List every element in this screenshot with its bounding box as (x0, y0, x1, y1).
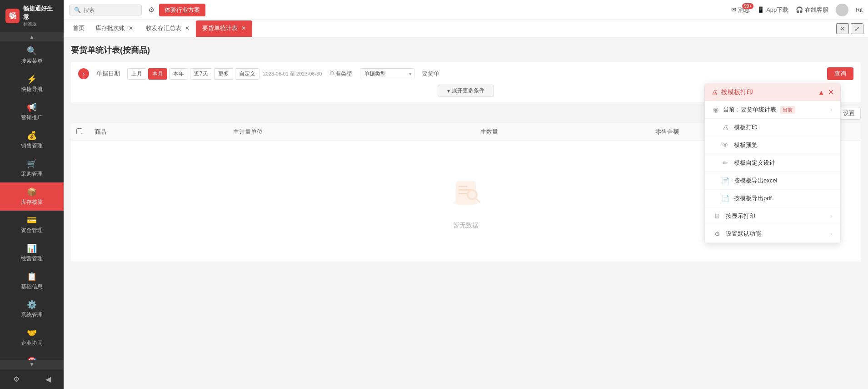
sidebar-item-label: 库存核算 (21, 198, 43, 206)
avatar[interactable] (836, 4, 848, 16)
inventory-icon: 📦 (27, 187, 37, 197)
dropdown-set-default[interactable]: ⚙ 设置默认功能 › (705, 225, 840, 243)
tab-close-inventory-batch[interactable]: ✕ (129, 25, 133, 31)
sidebar-item-label: 营销推广 (21, 114, 43, 121)
sidebar-item-basics[interactable]: 📋 基础信息 (0, 267, 64, 295)
template-print-label: 模板打印 (734, 123, 758, 131)
tab-order-summary[interactable]: 要货单统计表 ✕ (196, 20, 252, 37)
sidebar-item-label: 资金管理 (21, 227, 43, 234)
date-current-month-btn[interactable]: 本月 (148, 68, 167, 80)
expand-more-btn[interactable]: ▾ 展开更多条件 (438, 85, 494, 97)
app-download-label: App下载 (766, 6, 788, 14)
app-title: 畅捷通好生意 (23, 5, 58, 21)
printer-icon-dropdown: 🖨 (711, 89, 718, 96)
finance-icon: 💳 (27, 215, 37, 225)
th-quantity: 主数量 (475, 123, 650, 141)
document-type-select[interactable]: 单据类型 (360, 68, 414, 79)
sidebar-collapse-btn[interactable]: ◀ (42, 373, 55, 385)
current-template-icon: ◉ (713, 106, 718, 113)
dropdown-collapse-arrow[interactable]: ▲ (818, 89, 824, 96)
dropdown-template-design[interactable]: ✏ 模板自定义设计 (705, 154, 840, 172)
message-icon: ✉ (731, 6, 736, 13)
quick-nav-icon: ⚡ (27, 74, 37, 84)
tab-receivable-summary[interactable]: 收发存汇总表 ✕ (140, 20, 196, 37)
main-area: 🔍 ⚙ 体验行业方案 ✉ 消息 99+ 📱 App下载 🎧 在线客服 Rit (64, 0, 868, 389)
basics-icon: 📋 (27, 272, 37, 282)
sidebar-scroll-down[interactable]: ▼ (0, 360, 64, 369)
sidebar-item-system[interactable]: ⚙️ 系统管理 (0, 295, 64, 323)
trial-btn[interactable]: 体验行业方案 (159, 4, 205, 16)
sidebar-item-label: 系统管理 (21, 311, 43, 319)
online-service-btn[interactable]: 🎧 在线客服 (796, 6, 828, 14)
top-bar: 🔍 ⚙ 体验行业方案 ✉ 消息 99+ 📱 App下载 🎧 在线客服 Rit (64, 0, 868, 20)
search-box[interactable]: 🔍 (69, 5, 142, 15)
date-prev-month-btn[interactable]: 上月 (127, 68, 146, 80)
sidebar-item-label: 搜索菜单 (21, 57, 43, 65)
tab-bar: 首页 库存批次账 ✕ 收发存汇总表 ✕ 要货单统计表 ✕ ✕ ⤢ (64, 20, 868, 37)
sidebar-item-sales[interactable]: 💰 销售管理 (0, 126, 64, 154)
svg-rect-2 (459, 186, 468, 187)
select-all-checkbox[interactable] (76, 128, 82, 134)
sidebar-item-quick-nav[interactable]: ⚡ 快捷导航 (0, 70, 64, 98)
sidebar-item-finance[interactable]: 💳 资金管理 (0, 211, 64, 239)
app-logo-icon: 畅 (5, 9, 20, 23)
sidebar-item-guide[interactable]: 🎯 新手引导 (0, 352, 64, 360)
th-checkbox[interactable] (71, 123, 89, 141)
tab-close-receivable-summary[interactable]: ✕ (185, 25, 190, 31)
tab-maximize-btn[interactable]: ⤢ (851, 23, 863, 34)
dropdown-close-btn[interactable]: ✕ (828, 88, 834, 96)
filter-collapse-btn[interactable]: › (78, 68, 89, 79)
tab-close-order-summary[interactable]: ✕ (241, 25, 246, 31)
set-default-arrow: › (830, 231, 832, 237)
tab-inventory-batch[interactable]: 库存批次账 ✕ (89, 20, 140, 37)
sidebar-item-label: 经营管理 (21, 255, 43, 263)
expand-down-icon: ▾ (447, 88, 450, 94)
online-service-label: 在线客服 (805, 6, 828, 14)
tab-bar-right: ✕ ⤢ (836, 23, 863, 34)
gear-icon[interactable]: ⚙ (148, 5, 155, 14)
sidebar-item-label: 采购管理 (21, 170, 43, 178)
sidebar-item-operations[interactable]: 📊 经营管理 (0, 239, 64, 267)
dropdown-template-export-pdf[interactable]: 📄 按模板导出pdf (705, 190, 840, 207)
sidebar-item-inventory[interactable]: 📦 库存核算 (0, 182, 64, 211)
document-type-select-wrap[interactable]: 单据类型 (360, 68, 414, 79)
template-export-pdf-icon: 📄 (721, 195, 729, 202)
username[interactable]: Rit (856, 7, 863, 13)
dropdown-template-print[interactable]: 🖨 模板打印 (705, 119, 840, 136)
date-current-year-btn[interactable]: 本年 (169, 68, 188, 80)
dropdown-current-label[interactable]: ◉ 当前：要货单统计表 当前 › (705, 101, 840, 119)
message-badge: 99+ (742, 3, 753, 9)
display-print-label: 按显示打印 (726, 212, 755, 220)
dropdown-display-print[interactable]: 🖥 按显示打印 › (705, 207, 840, 225)
current-tag: 当前 (780, 106, 795, 114)
sidebar-scroll-up[interactable]: ▲ (0, 32, 64, 41)
dropdown-template-export-excel[interactable]: 📄 按模板导出excel (705, 172, 840, 190)
document-type-label: 单据类型 (329, 70, 353, 78)
date-more-btn[interactable]: 更多 (214, 68, 233, 80)
date-last-7-days-btn[interactable]: 近7天 (190, 68, 212, 80)
search-icon: 🔍 (74, 7, 81, 13)
tab-close-all-btn[interactable]: ✕ (836, 23, 849, 34)
message-btn[interactable]: ✉ 消息 99+ (731, 6, 750, 14)
template-design-label: 模板自定义设计 (734, 159, 775, 167)
sidebar-footer: ⚙ ◀ (0, 369, 64, 389)
query-btn[interactable]: 查询 (827, 67, 853, 80)
app-download-btn[interactable]: 📱 App下载 (757, 6, 788, 14)
dropdown-template-preview[interactable]: 👁 模板预览 (705, 136, 840, 154)
system-icon: ⚙️ (27, 300, 37, 310)
sales-icon: 💰 (27, 131, 37, 141)
template-print-icon: 🖨 (721, 124, 729, 131)
search-input[interactable] (84, 7, 129, 13)
sidebar-item-purchase[interactable]: 🛒 采购管理 (0, 154, 64, 182)
operations-icon: 📊 (27, 243, 37, 253)
template-preview-icon: 👁 (721, 141, 729, 149)
sidebar-item-search[interactable]: 🔍 搜索菜单 (0, 41, 64, 70)
sidebar-item-marketing[interactable]: 📢 营销推广 (0, 98, 64, 126)
sidebar-settings-btn[interactable]: ⚙ (10, 373, 23, 385)
tab-home[interactable]: 首页 (68, 20, 89, 37)
sidebar-item-cooperation[interactable]: 🤝 企业协同 (0, 323, 64, 352)
set-default-left: ⚙ 设置默认功能 (713, 230, 761, 238)
order-type-label: 要货单 (422, 70, 439, 78)
empty-text: 暂无数据 (453, 222, 479, 230)
date-custom-btn[interactable]: 自定义 (235, 68, 259, 80)
